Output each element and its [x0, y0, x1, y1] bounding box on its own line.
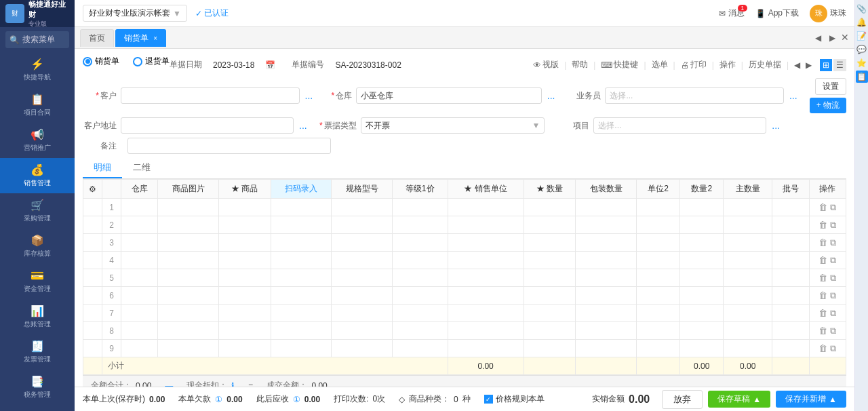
row-warehouse[interactable]: [121, 199, 158, 216]
row-price[interactable]: [392, 322, 448, 340]
row-product[interactable]: [218, 340, 271, 357]
row-unit2[interactable]: [637, 287, 680, 305]
row-pack-qty[interactable]: [576, 234, 637, 252]
customer-select-button[interactable]: ...: [304, 90, 315, 101]
address-select-button[interactable]: ...: [298, 120, 309, 131]
row-scan[interactable]: [271, 340, 332, 357]
messages-button[interactable]: ✉ 消息 1: [719, 7, 745, 19]
row-warehouse[interactable]: [121, 340, 158, 357]
row-delete-icon[interactable]: 🗑: [818, 290, 827, 300]
row-batch[interactable]: [772, 305, 809, 322]
row-product[interactable]: [218, 252, 271, 269]
row-price[interactable]: [392, 199, 448, 216]
col-qty2[interactable]: 数量2: [680, 180, 724, 199]
rp-icon-4[interactable]: 💬: [856, 43, 868, 56]
row-qty[interactable]: [524, 199, 576, 216]
row-price[interactable]: [392, 287, 448, 305]
row-sale-unit[interactable]: [448, 199, 524, 216]
row-spec[interactable]: [332, 269, 393, 287]
save-new-button[interactable]: 保存并新增 ▲: [776, 391, 846, 408]
row-unit2[interactable]: [637, 234, 680, 252]
row-qty2[interactable]: [680, 199, 724, 216]
row-scan[interactable]: [271, 199, 332, 216]
note-input[interactable]: [127, 138, 331, 154]
row-spec[interactable]: [332, 199, 393, 216]
operate-button[interactable]: 操作: [719, 59, 736, 71]
row-main-qty[interactable]: [724, 340, 772, 357]
radio-return[interactable]: 退货单: [133, 56, 170, 67]
row-spec[interactable]: [332, 305, 393, 322]
row-pack-qty[interactable]: [576, 199, 637, 216]
sidebar-item-marketing[interactable]: 📢 营销推广: [0, 123, 75, 158]
row-price[interactable]: [392, 216, 448, 234]
row-scan[interactable]: [271, 287, 332, 305]
app-download-button[interactable]: 📱 App下载: [755, 7, 799, 19]
row-price[interactable]: [392, 340, 448, 357]
col-price[interactable]: 等级1价: [392, 180, 448, 199]
row-qty2[interactable]: [680, 305, 724, 322]
sidebar-item-tax[interactable]: 📑 税务管理: [0, 370, 75, 405]
address-input[interactable]: [121, 117, 294, 134]
project-select-button[interactable]: ...: [770, 120, 781, 131]
save-draft-button[interactable]: 保存草稿 ▲: [708, 391, 770, 408]
row-product-image[interactable]: [158, 287, 219, 305]
row-qty[interactable]: [524, 322, 576, 340]
calendar-icon[interactable]: 📅: [265, 60, 275, 70]
row-product[interactable]: [218, 216, 271, 234]
row-spec[interactable]: [332, 287, 393, 305]
rp-icon-5[interactable]: ⭐: [856, 57, 868, 69]
setting-button[interactable]: 设置: [815, 78, 846, 95]
shortcut-button[interactable]: ⌨ 快捷键: [601, 59, 638, 71]
radio-sale[interactable]: 销货单: [83, 56, 119, 67]
history-button[interactable]: 历史单据: [749, 59, 781, 71]
company-selector[interactable]: 好业财专业版演示帐套 ▼: [83, 5, 187, 22]
col-product-image[interactable]: 商品图片: [158, 180, 219, 199]
row-unit2[interactable]: [637, 340, 680, 357]
row-sale-unit[interactable]: [448, 340, 524, 357]
col-main-qty[interactable]: 主数量: [724, 180, 772, 199]
row-delete-icon[interactable]: 🗑: [818, 326, 827, 336]
row-qty2[interactable]: [680, 340, 724, 357]
row-price[interactable]: [392, 269, 448, 287]
customer-input[interactable]: [121, 87, 300, 104]
row-main-qty[interactable]: [724, 287, 772, 305]
row-warehouse[interactable]: [121, 322, 158, 340]
row-main-qty[interactable]: [724, 305, 772, 322]
row-sale-unit[interactable]: [448, 305, 524, 322]
row-main-qty[interactable]: [724, 234, 772, 252]
row-product-image[interactable]: [158, 269, 219, 287]
col-unit2[interactable]: 单位2: [637, 180, 680, 199]
next-record-icon[interactable]: ▶: [806, 60, 812, 70]
row-main-qty[interactable]: [724, 322, 772, 340]
row-product-image[interactable]: [158, 305, 219, 322]
salesperson-select-button[interactable]: ...: [788, 90, 799, 101]
row-copy-icon[interactable]: ⧉: [830, 343, 836, 354]
row-product[interactable]: [218, 234, 271, 252]
row-main-qty[interactable]: [724, 199, 772, 216]
row-copy-icon[interactable]: ⧉: [830, 202, 836, 213]
row-sale-unit[interactable]: [448, 287, 524, 305]
row-pack-qty[interactable]: [576, 269, 637, 287]
row-qty[interactable]: [524, 252, 576, 269]
price-check-checkbox[interactable]: ✓: [484, 395, 493, 404]
row-batch[interactable]: [772, 252, 809, 269]
row-delete-icon[interactable]: 🗑: [818, 308, 827, 318]
row-batch[interactable]: [772, 269, 809, 287]
row-qty[interactable]: [524, 269, 576, 287]
row-delete-icon[interactable]: 🗑: [818, 202, 827, 212]
row-batch[interactable]: [772, 340, 809, 357]
col-sale-unit[interactable]: ★ 销售单位: [448, 180, 524, 199]
row-qty[interactable]: [524, 287, 576, 305]
row-pack-qty[interactable]: [576, 287, 637, 305]
rp-icon-1[interactable]: 📎: [856, 3, 868, 15]
row-product-image[interactable]: [158, 252, 219, 269]
sidebar-item-quicknav[interactable]: ⚡ 快捷导航: [0, 52, 75, 87]
tab-detail[interactable]: 明细: [83, 158, 122, 178]
row-copy-icon[interactable]: ⧉: [830, 326, 836, 336]
next-collect-info-icon[interactable]: ①: [293, 395, 300, 404]
row-spec[interactable]: [332, 322, 393, 340]
tab-sale-order[interactable]: 销货单 ×: [115, 29, 166, 47]
search-menu-button[interactable]: 🔍 搜索菜单: [5, 31, 69, 48]
row-sale-unit[interactable]: [448, 252, 524, 269]
row-product-image[interactable]: [158, 216, 219, 234]
